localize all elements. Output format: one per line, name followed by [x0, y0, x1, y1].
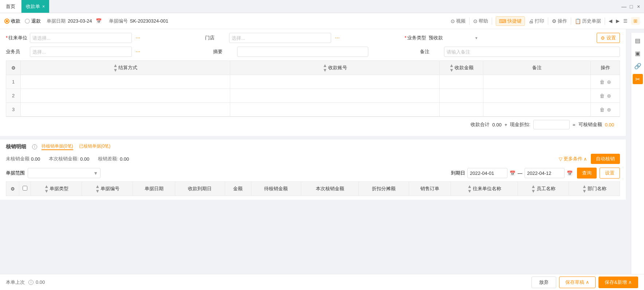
- store-field: 门店 ···: [205, 33, 397, 43]
- video-button[interactable]: ⊙ 视频: [451, 18, 466, 24]
- tab-verified[interactable]: 已核销单据(0笔): [79, 143, 111, 150]
- settlement-cell-2[interactable]: [21, 89, 230, 103]
- view-card-button[interactable]: ⊞: [631, 17, 640, 25]
- settlement-cell-3[interactable]: [21, 103, 230, 117]
- dept-sort-icon[interactable]: ▲▼: [582, 184, 587, 193]
- tab-active[interactable]: 收款单 ×: [21, 0, 49, 13]
- table-col-settings[interactable]: ⚙: [6, 61, 21, 75]
- remark-input[interactable]: [444, 47, 620, 57]
- staff-more-icon[interactable]: ···: [134, 48, 142, 55]
- copy-icon-2[interactable]: ⊕: [607, 93, 611, 99]
- account-sort-icon[interactable]: ▲▼: [323, 63, 327, 72]
- panel-icon-2[interactable]: ▣: [633, 48, 642, 58]
- more-filter-button[interactable]: ▽ 更多条件 ∧: [559, 156, 587, 162]
- close-button[interactable]: ×: [636, 4, 641, 9]
- nav-next-button[interactable]: ▶: [616, 18, 620, 24]
- staff-input[interactable]: [30, 47, 132, 57]
- biz-type-chevron-icon[interactable]: ▼: [475, 36, 478, 40]
- bottom-col-partner: ▲▼ 往来单位名称: [451, 182, 518, 196]
- date-picker-icon[interactable]: 📅: [94, 17, 103, 24]
- panel-icon-1[interactable]: ▤: [633, 36, 642, 46]
- bottom-col-staff: ▲▼ 员工名称: [518, 182, 569, 196]
- history-button[interactable]: 📋 历史单据: [575, 18, 601, 24]
- summary-input[interactable]: [237, 47, 368, 57]
- radio-refund-label: 退款: [31, 18, 41, 24]
- date-from-icon[interactable]: 📅: [510, 171, 515, 176]
- operation-button[interactable]: ⚙ 操作: [552, 18, 567, 24]
- save-draft-button[interactable]: 保存草稿 ∧: [559, 277, 596, 288]
- row-num-3: 3: [6, 103, 21, 117]
- bottom-col-checkbox[interactable]: [19, 182, 31, 196]
- query-button[interactable]: 查询: [577, 168, 597, 179]
- doc-num-sort-icon[interactable]: ▲▼: [95, 184, 100, 193]
- bottom-table: ⚙ ▲▼ 单据类型 ▲▼ 单据编号: [6, 181, 620, 196]
- staff-sort-icon[interactable]: ▲▼: [531, 184, 536, 193]
- partner-sort-icon[interactable]: ▲▼: [467, 184, 472, 193]
- remark-cell-3[interactable]: [483, 103, 591, 117]
- settings-button[interactable]: ⚙ 设置: [597, 33, 620, 43]
- account-cell-3[interactable]: [230, 103, 440, 117]
- window-controls: — □ ×: [621, 4, 644, 9]
- table-row: 3 🗑 ⊕: [6, 103, 620, 117]
- settings-filter-button[interactable]: 设置: [600, 168, 620, 179]
- discard-button[interactable]: 放弃: [531, 277, 556, 288]
- save-new-button[interactable]: 保存&新增 ∧: [598, 277, 638, 288]
- last-info-icon[interactable]: i: [28, 280, 34, 285]
- date-from-input[interactable]: [467, 168, 507, 178]
- select-all-checkbox[interactable]: [23, 186, 27, 191]
- copy-icon-1[interactable]: ⊕: [607, 79, 611, 85]
- amount-cell-2[interactable]: [440, 89, 483, 103]
- panel-icon-3[interactable]: 🔗: [633, 61, 643, 71]
- amount-sort-icon[interactable]: ▲▼: [449, 63, 454, 72]
- footer-buttons: 放弃 保存草稿 ∧ 保存&新增 ∧: [531, 277, 638, 288]
- delete-icon-3[interactable]: 🗑: [600, 107, 605, 113]
- account-cell-1[interactable]: [230, 75, 440, 89]
- help-button[interactable]: ⊙ 帮助: [473, 18, 488, 24]
- settlement-sort-icon[interactable]: ▲▼: [113, 63, 118, 72]
- unverified-label: 未核销金额: [6, 156, 30, 162]
- radio-refund[interactable]: 退款: [25, 18, 41, 24]
- help-icon: ⊙: [473, 18, 478, 24]
- minimize-button[interactable]: —: [621, 4, 627, 9]
- panel-icon-4[interactable]: ✂: [633, 74, 643, 84]
- section-divider: [0, 136, 644, 140]
- shortcut-button[interactable]: ⌨ 快捷键: [496, 16, 525, 26]
- store-input[interactable]: [229, 33, 331, 43]
- copy-icon-3[interactable]: ⊕: [607, 107, 611, 113]
- tab-pending[interactable]: 待核销单据(0笔): [42, 143, 73, 150]
- top-toolbar: 收款 退款 单据日期 2023-03-24 📅 单据编号 SK-20230324…: [0, 13, 644, 29]
- this-verify-val: 0.00: [80, 156, 89, 162]
- range-select[interactable]: ▼: [28, 168, 101, 178]
- date-to-input[interactable]: [525, 168, 565, 178]
- bottom-col-doc-num: ▲▼ 单据编号: [82, 182, 133, 196]
- remark-cell-2[interactable]: [483, 89, 591, 103]
- auto-verify-button[interactable]: 自动核销: [591, 154, 620, 164]
- net-value: 0.00: [605, 122, 614, 128]
- tab-home[interactable]: 首页: [0, 0, 21, 13]
- radio-receipt[interactable]: 收款: [4, 18, 20, 24]
- maximize-button[interactable]: □: [629, 4, 634, 9]
- amount-cell-3[interactable]: [440, 103, 483, 117]
- tab-home-label: 首页: [6, 3, 15, 10]
- partner-more-icon[interactable]: ···: [134, 35, 142, 41]
- doc-type-sort-icon[interactable]: ▲▼: [44, 184, 49, 193]
- discount-input[interactable]: [533, 120, 570, 129]
- amount-cell-1[interactable]: [440, 75, 483, 89]
- nav-prev-button[interactable]: ◀: [609, 18, 612, 24]
- store-more-icon[interactable]: ···: [333, 35, 341, 41]
- settlement-cell-1[interactable]: [21, 75, 230, 89]
- remark-cell-1[interactable]: [483, 75, 591, 89]
- partner-input[interactable]: [30, 33, 132, 43]
- bottom-col-settings[interactable]: ⚙: [6, 182, 19, 196]
- print-button[interactable]: 🖨 打印: [529, 18, 544, 24]
- delete-icon-2[interactable]: 🗑: [600, 93, 605, 99]
- section-info-icon[interactable]: i: [32, 144, 37, 149]
- view-list-button[interactable]: ☰: [623, 18, 628, 24]
- date-to-icon[interactable]: 📅: [567, 171, 573, 176]
- diff-label: 核销差额:: [98, 156, 118, 162]
- account-cell-2[interactable]: [230, 89, 440, 103]
- delete-icon-1[interactable]: 🗑: [600, 79, 605, 85]
- section-header: 核销明细 i 待核销单据(0笔) 已核销单据(0笔): [6, 143, 620, 150]
- radio-refund-dot: [25, 19, 30, 24]
- tab-close-icon[interactable]: ×: [42, 4, 45, 9]
